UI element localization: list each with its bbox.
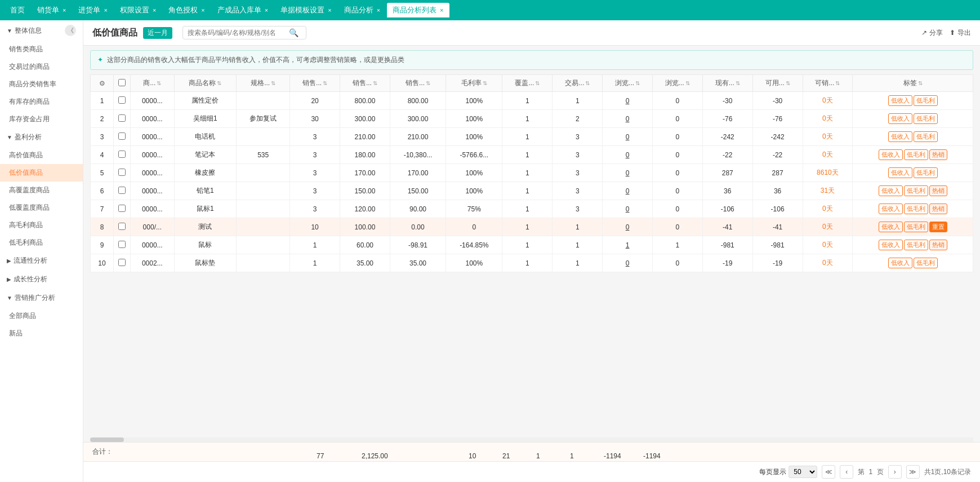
nav-home[interactable]: 首页 (5, 3, 30, 17)
col-trade[interactable]: 交易...⇅ (553, 75, 603, 92)
row-checkbox[interactable] (118, 169, 126, 176)
col-name[interactable]: 商品名称⇅ (174, 75, 237, 92)
col-available[interactable]: 可用...⇅ (752, 75, 803, 92)
nav-permission-close[interactable]: × (153, 7, 156, 14)
cell-checkbox[interactable] (114, 218, 131, 236)
col-sales-qty[interactable]: 销售...⇅ (290, 75, 340, 92)
next-page-btn[interactable]: › (888, 465, 902, 479)
per-page-select[interactable]: 50 20 100 (789, 466, 817, 478)
sidebar-item-sales-goods[interactable]: 销售类商品 (0, 41, 83, 58)
sidebar-item-category-rate[interactable]: 商品分类销售率 (0, 76, 83, 93)
nav-sales[interactable]: 销货单× (32, 3, 72, 17)
table-row[interactable]: 90000...鼠标160.00-98.91-164.85%1111-981-9… (91, 236, 973, 254)
sidebar-item-traded-goods[interactable]: 交易过的商品 (0, 58, 83, 76)
table-row[interactable]: 30000...电话机3210.00210.00100%1300-242-242… (91, 128, 973, 146)
sidebar-item-stock-goods[interactable]: 有库存的商品 (0, 93, 83, 110)
table-row[interactable]: 20000...吴细细1参加复试30300.00300.00100%1200-7… (91, 110, 973, 128)
nav-analysis-close[interactable]: × (377, 7, 380, 14)
cell-checkbox[interactable] (114, 128, 131, 146)
sidebar-section-liquidity[interactable]: ▶ 流通性分析 (0, 251, 83, 270)
table-row[interactable]: 10000...属性定价20800.00800.00100%1100-30-30… (91, 92, 973, 110)
sidebar-section-growth[interactable]: ▶ 成长性分析 (0, 270, 83, 289)
cell-checkbox[interactable] (114, 164, 131, 182)
row-checkbox[interactable] (118, 205, 126, 212)
cell-views1[interactable]: 1 (603, 236, 653, 254)
nav-product-analysis[interactable]: 商品分析× (338, 3, 386, 17)
cell-checkbox[interactable] (114, 146, 131, 164)
col-tags[interactable]: 标签⇅ (853, 75, 973, 92)
settings-icon[interactable]: ⚙ (99, 79, 105, 87)
nav-template[interactable]: 单据模板设置× (275, 3, 337, 17)
sidebar-item-high-margin[interactable]: 高毛利商品 (0, 216, 83, 234)
table-row[interactable]: 50000...橡皮擦3170.00170.00100%130028728786… (91, 164, 973, 182)
row-checkbox[interactable] (118, 96, 126, 104)
table-row[interactable]: 60000...铅笔13150.00150.00100%1300363631天低… (91, 182, 973, 200)
row-checkbox[interactable] (118, 241, 126, 248)
sidebar-item-stock-capital[interactable]: 库存资金占用 (0, 110, 83, 128)
nav-template-close[interactable]: × (328, 7, 331, 14)
sidebar-section-marketing[interactable]: ▼ 营销推广分析 (0, 289, 83, 307)
col-coverage[interactable]: 覆盖...⇅ (502, 75, 553, 92)
nav-role-close[interactable]: × (201, 7, 204, 14)
col-settings[interactable]: ⚙ (91, 75, 114, 92)
share-button[interactable]: ↗ 分享 (921, 28, 943, 38)
cell-checkbox[interactable] (114, 236, 131, 254)
sidebar-item-low-value[interactable]: 低价值商品 (0, 164, 83, 182)
cell-views1[interactable]: 0 (603, 182, 653, 200)
row-checkbox[interactable] (118, 151, 126, 158)
sidebar-collapse-btn[interactable]: 《 (65, 25, 76, 36)
cell-checkbox[interactable] (114, 92, 131, 110)
sidebar-item-all-goods[interactable]: 全部商品 (0, 307, 83, 325)
last-page-btn[interactable]: ≫ (906, 465, 920, 479)
nav-purchase-close[interactable]: × (104, 7, 107, 14)
cell-views1[interactable]: 0 (603, 164, 653, 182)
sidebar-section-overview[interactable]: ▼ 整体信息 《 (0, 20, 83, 41)
col-sales-amount[interactable]: 销售...⇅ (390, 75, 446, 92)
cell-checkbox[interactable] (114, 110, 131, 128)
cell-views1[interactable]: 0 (603, 254, 653, 272)
col-checkbox[interactable] (114, 75, 131, 92)
sidebar-item-low-coverage[interactable]: 低覆盖度商品 (0, 199, 83, 216)
row-checkbox[interactable] (118, 187, 126, 194)
cell-checkbox[interactable] (114, 200, 131, 218)
sidebar-section-profit[interactable]: ▼ 盈利分析 (0, 128, 83, 147)
nav-role[interactable]: 角色授权× (163, 3, 210, 17)
first-page-btn[interactable]: ≪ (822, 465, 835, 479)
cell-checkbox[interactable] (114, 182, 131, 200)
nav-product-entry-close[interactable]: × (265, 7, 268, 14)
cell-views1[interactable]: 0 (603, 146, 653, 164)
col-current-stock[interactable]: 现有...⇅ (702, 75, 752, 92)
nav-purchase[interactable]: 进货单× (73, 3, 113, 17)
table-row[interactable]: 70000...鼠标13120.0090.0075%1300-106-1060天… (91, 200, 973, 218)
nav-analysis-list[interactable]: 商品分析列表× (387, 3, 449, 17)
row-checkbox[interactable] (118, 114, 126, 122)
table-container[interactable]: ⚙ 商...⇅ 商品名称⇅ 规格...⇅ 销售...⇅ 销售...⇅ 销售...… (90, 74, 973, 437)
col-spec[interactable]: 规格...⇅ (237, 75, 290, 92)
cell-views1[interactable]: 0 (603, 110, 653, 128)
search-input[interactable] (188, 29, 289, 37)
row-checkbox[interactable] (118, 132, 126, 140)
cell-views1[interactable]: 0 (603, 92, 653, 110)
sidebar-item-high-coverage[interactable]: 高覆盖度商品 (0, 182, 83, 199)
col-views2[interactable]: 浏览...⇅ (653, 75, 703, 92)
col-sales-price[interactable]: 销售...⇅ (340, 75, 390, 92)
table-row[interactable]: 40000...笔记本5353180.00-10,380...-5766.6..… (91, 146, 973, 164)
search-icon[interactable]: 🔍 (289, 28, 299, 37)
cell-views1[interactable]: 0 (603, 128, 653, 146)
cell-views1[interactable]: 0 (603, 218, 653, 236)
horizontal-scrollbar[interactable] (90, 437, 973, 442)
sidebar-item-high-value[interactable]: 高价值商品 (0, 147, 83, 164)
prev-page-btn[interactable]: ‹ (840, 465, 853, 479)
nav-sales-close[interactable]: × (63, 7, 66, 14)
select-all-checkbox[interactable] (118, 79, 126, 86)
cell-checkbox[interactable] (114, 254, 131, 272)
sidebar-item-new-goods[interactable]: 新品 (0, 325, 83, 342)
row-checkbox[interactable] (118, 223, 126, 230)
scrollbar-thumb[interactable] (90, 437, 124, 442)
col-code[interactable]: 商...⇅ (131, 75, 174, 92)
col-gross-margin[interactable]: 毛利率⇅ (446, 75, 502, 92)
cell-views1[interactable]: 0 (603, 200, 653, 218)
date-badge[interactable]: 近一月 (143, 27, 172, 39)
table-row[interactable]: 100002...鼠标垫135.0035.00100%1100-19-190天低… (91, 254, 973, 272)
nav-product-entry[interactable]: 产成品入库单× (212, 3, 274, 17)
